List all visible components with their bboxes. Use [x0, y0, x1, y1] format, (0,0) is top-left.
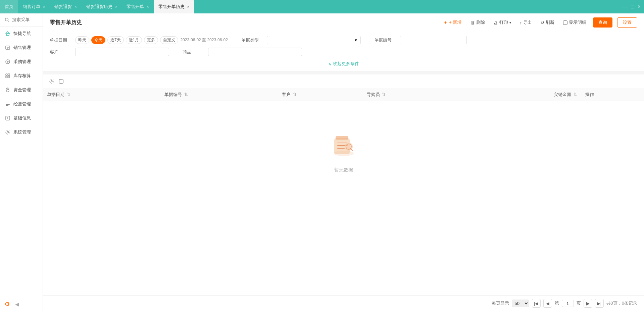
page-next-btn[interactable]: ▶ — [584, 299, 592, 308]
customer-input[interactable]: ... — [75, 48, 169, 56]
date-yesterday[interactable]: 昨天 — [75, 36, 89, 44]
delete-label: 删除 — [476, 19, 485, 25]
print-dropdown-icon: ▾ — [509, 21, 511, 24]
per-page-select[interactable]: 50 10 20 100 — [512, 300, 529, 307]
goods-label: 商品 — [183, 49, 201, 55]
sidebar-label-quicknav: 快捷导航 — [13, 31, 31, 37]
search-icon — [4, 17, 10, 23]
print-icon: 🖨 — [494, 20, 498, 25]
table-toolbar — [43, 74, 644, 88]
tab-sales-order[interactable]: 销售订单 × — [18, 0, 50, 13]
tab-retail-history[interactable]: 零售开单历史 × — [154, 0, 194, 13]
sort-customer-icon[interactable]: ⇅ — [293, 92, 297, 97]
sidebar-settings-btn[interactable]: ⚙ — [5, 301, 10, 308]
sort-date-icon[interactable]: ⇅ — [67, 92, 70, 97]
bill-type-select[interactable]: ▾ — [267, 36, 361, 44]
tab-sales-order-close[interactable]: × — [43, 5, 45, 9]
sidebar-item-management[interactable]: 经营管理 — [0, 97, 43, 111]
bill-type-arrow: ▾ — [355, 38, 357, 43]
date-7days[interactable]: 近7天 — [107, 36, 124, 44]
table-settings-icon[interactable] — [48, 77, 56, 85]
per-page-label: 每页显示 — [492, 300, 509, 306]
window-max-btn[interactable]: □ — [631, 4, 634, 10]
sidebar-item-quicknav[interactable]: 快捷导航 — [0, 27, 43, 41]
date-range-display: 2023-06-02 至 2023-06-02 — [180, 37, 228, 43]
sort-amount-icon[interactable]: ⇅ — [574, 92, 577, 97]
system-icon — [5, 129, 11, 135]
col-guide: 导购员 ⇅ — [363, 88, 464, 101]
svg-point-18 — [7, 117, 8, 117]
top-bar: 首页 销售订单 × 销货退货 × 销货退货历史 × 零售开单 × 零售开单历史 … — [0, 0, 644, 13]
sidebar-collapse-btn[interactable]: ◀ — [15, 301, 19, 307]
sidebar-item-sales[interactable]: 销售管理 — [0, 41, 43, 55]
page-prefix: 第 — [555, 300, 559, 306]
svg-rect-10 — [8, 76, 10, 78]
goods-input[interactable]: ... — [208, 48, 302, 56]
page-prev-btn[interactable]: ◀ — [543, 299, 552, 308]
page-last-btn[interactable]: ▶| — [595, 299, 604, 308]
bill-no-input[interactable] — [400, 36, 467, 44]
export-btn[interactable]: ↑ 导出 — [518, 18, 534, 27]
customer-placeholder: ... — [79, 49, 83, 54]
display-checkbox[interactable] — [563, 20, 567, 25]
svg-point-19 — [7, 132, 9, 133]
col-date: 单据日期 ⇅ — [43, 88, 160, 101]
tab-return-history[interactable]: 销货退货历史 × — [82, 0, 122, 13]
svg-rect-7 — [6, 74, 7, 75]
tab-home-label: 首页 — [5, 4, 13, 10]
window-min-btn[interactable]: — — [622, 4, 628, 10]
page-suffix: 页 — [577, 300, 581, 306]
select-all-checkbox[interactable] — [59, 79, 63, 84]
setting-btn[interactable]: 设置 — [617, 17, 637, 28]
filter-row-2: 客户 ... 商品 ... — [50, 48, 637, 56]
sidebar-item-purchase[interactable]: 采购管理 — [0, 55, 43, 69]
date-1month[interactable]: 近1月 — [126, 36, 142, 44]
customer-label: 客户 — [50, 49, 68, 55]
tab-return-history-close[interactable]: × — [115, 5, 117, 9]
svg-rect-8 — [8, 74, 10, 75]
page-header: 零售开单历史 ＋ + 新增 🗑 删除 🖨 打印 ▾ ↑ 导出 — [43, 13, 644, 31]
sort-guide-icon[interactable]: ⇅ — [382, 92, 386, 97]
window-close-btn[interactable]: × — [638, 4, 641, 10]
sidebar-item-finance[interactable]: 资金管理 — [0, 83, 43, 97]
sidebar-bottom: ⚙ ◀ — [0, 297, 43, 311]
collapse-bar[interactable]: ∧ 收起更多条件 — [50, 59, 637, 68]
sidebar-label-purchase: 采购管理 — [13, 59, 31, 65]
tab-return-close[interactable]: × — [75, 5, 77, 9]
page-title: 零售开单历史 — [50, 19, 82, 26]
date-today[interactable]: 今天 — [91, 36, 105, 44]
filter-area: 单据日期 昨天 今天 近7天 近1月 更多 自定义 2023-06-02 至 2… — [43, 31, 644, 72]
date-custom[interactable]: 自定义 — [160, 36, 178, 44]
delete-btn[interactable]: 🗑 删除 — [468, 18, 487, 27]
col-billno: 单据编号 ⇅ — [160, 88, 278, 101]
print-btn[interactable]: 🖨 打印 ▾ — [492, 18, 513, 27]
refresh-btn[interactable]: ↺ 刷新 — [539, 18, 556, 27]
add-btn[interactable]: ＋ + 新增 — [441, 18, 463, 27]
window-controls: — □ × — [622, 4, 644, 10]
sidebar-label-finance: 资金管理 — [13, 87, 31, 93]
collapse-arrow-icon: ∧ — [328, 61, 332, 66]
sort-billno-icon[interactable]: ⇅ — [184, 92, 188, 97]
sidebar: 搜索采单 快捷导航 销售管理 — [0, 13, 43, 311]
tab-retail-history-close[interactable]: × — [187, 5, 189, 9]
query-btn[interactable]: 查询 — [593, 17, 612, 28]
sidebar-label-inventory: 库存核算 — [13, 73, 31, 79]
svg-point-20 — [51, 81, 52, 82]
content-area: 零售开单历史 ＋ + 新增 🗑 删除 🖨 打印 ▾ ↑ 导出 — [43, 13, 644, 311]
tab-home[interactable]: 首页 — [0, 0, 18, 13]
sidebar-search[interactable]: 搜索采单 — [0, 13, 43, 27]
tab-retail[interactable]: 零售开单 × — [122, 0, 153, 13]
sidebar-label-sales: 销售管理 — [13, 45, 31, 51]
tab-return[interactable]: 销货退货 × — [50, 0, 81, 13]
date-more[interactable]: 更多 — [144, 36, 158, 44]
svg-point-11 — [6, 89, 9, 92]
pagination: 每页显示 50 10 20 100 |◀ ◀ 第 1 页 ▶ ▶| 共0页，0条… — [43, 295, 644, 311]
page-first-btn[interactable]: |◀ — [532, 299, 541, 308]
sidebar-item-system[interactable]: 系统管理 — [0, 125, 43, 139]
print-label: 打印 — [499, 19, 508, 25]
display-btn[interactable]: 显示明细 — [561, 18, 588, 27]
page-input[interactable]: 1 — [562, 300, 574, 307]
sidebar-item-basicinfo[interactable]: 基础信息 — [0, 111, 43, 125]
tab-retail-close[interactable]: × — [147, 5, 149, 9]
sidebar-item-inventory[interactable]: 库存核算 — [0, 69, 43, 83]
